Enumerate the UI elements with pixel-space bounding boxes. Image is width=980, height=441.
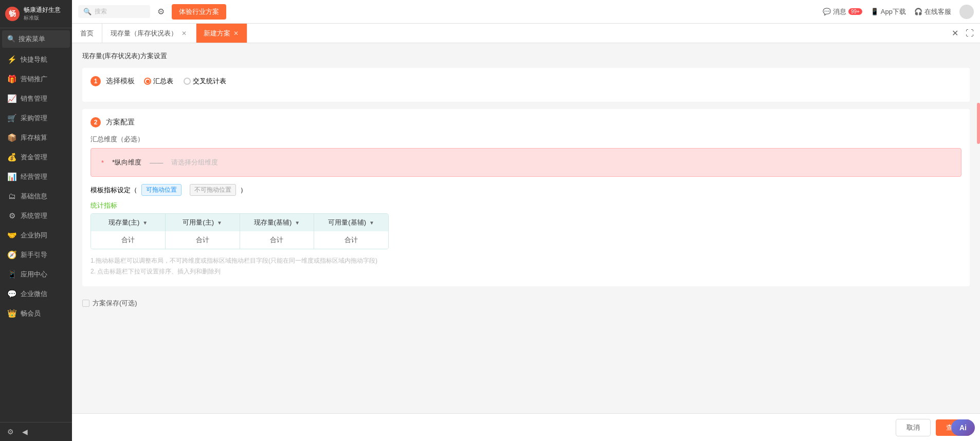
tab-inventory-close-icon[interactable]: ✕ [180,29,188,38]
topbar-search-icon: 🔍 [83,8,92,15]
aggregation-label: 汇总维度（必选） [90,135,961,144]
settings-icon[interactable]: ⚙ [7,428,14,436]
content-area: 现存量(库存状况表)方案设置 1 选择模板 汇总表 交叉统计表 [72,43,980,413]
col-1-chevron: ▼ [217,220,222,226]
close-window-icon[interactable]: ✕ [950,26,960,40]
dim-placeholder: 请选择分组维度 [171,158,218,167]
radio-cross-circle [184,78,191,85]
sidebar-item-purchase[interactable]: 🛒 采购管理 [0,108,72,128]
sidebar-item-label: 库存核算 [21,133,47,142]
dim-dash: —— [150,159,163,167]
wechat-icon: 💬 [7,289,16,299]
save-checkbox[interactable] [82,300,89,307]
topbar-gear-icon[interactable]: ⚙ [155,5,167,19]
ai-badge[interactable]: Ai [951,419,975,436]
home-label: 首页 [80,29,94,38]
sidebar-item-finance[interactable]: 💰 资金管理 [0,148,72,167]
stats-table-header: 现存量(主) ▼ 可用量(主) ▼ 现存量(基辅) ▼ 可用量(基辅) [91,214,388,231]
radio-summary-circle [144,78,151,85]
save-option-label: 方案保存(可选) [93,299,137,308]
messages-btn[interactable]: 💬 消息 99+ [823,7,862,16]
indicator-settings-row: 模板指标设定（ 可拖动位置 不可拖动位置 ） [90,184,961,196]
stats-table: 现存量(主) ▼ 可用量(主) ▼ 现存量(基辅) ▼ 可用量(基辅) [90,213,389,249]
tab-home[interactable]: 首页 [72,24,102,43]
stats-cell-0: 合计 [91,231,166,249]
sidebar-item-inventory[interactable]: 📦 库存核算 [0,128,72,148]
expand-window-icon[interactable]: ⛶ [964,27,976,40]
sidebar-item-label: 快捷导航 [21,55,47,64]
sidebar-item-label: 采购管理 [21,114,47,123]
stats-table-body: 合计 合计 合计 合计 [91,231,388,249]
sidebar-item-app-center[interactable]: 📱 应用中心 [0,265,72,284]
sidebar-item-system[interactable]: ⚙ 系统管理 [0,206,72,226]
resize-handle[interactable] [977,103,980,144]
topbar-search-placeholder: 搜索 [95,7,107,16]
stats-col-1[interactable]: 可用量(主) ▼ [166,214,240,231]
step2-badge: 2 [90,117,101,127]
sidebar-nav: 🔍 搜索菜单 ⚡ 快捷导航 🎁 营销推广 📈 销售管理 🛒 采购管理 📦 库存核… [0,28,72,422]
purchase-icon: 🛒 [7,114,16,123]
draggable-badge: 可拖动位置 [141,184,182,196]
sidebar-item-wechat[interactable]: 💬 企业微信 [0,284,72,304]
indicator-label-prefix: 模板指标设定（ [90,186,137,195]
stats-col-2[interactable]: 现存量(基辅) ▼ [240,214,315,231]
sidebar-item-label: 基础信息 [21,192,47,201]
app-download-btn[interactable]: 📱 App下载 [870,7,906,16]
online-service-btn[interactable]: 🎧 在线客服 [914,7,951,16]
dimension-row: * *纵向维度 —— 请选择分组维度 [101,158,951,167]
sidebar-item-operations[interactable]: 📊 经营管理 [0,167,72,187]
messages-badge: 99+ [848,8,862,15]
topbar-search[interactable]: 🔍 搜索 [78,5,150,18]
col-0-chevron: ▼ [142,220,148,226]
sidebar-search[interactable]: 🔍 搜索菜单 [2,30,70,48]
enterprise-icon: 🤝 [7,231,16,240]
app-download-icon: 📱 [870,8,879,15]
sidebar-item-sales[interactable]: 📈 销售管理 [0,89,72,108]
tab-inventory-status[interactable]: 现存量（库存状况表） ✕ [102,24,196,43]
step1-badge: 1 [90,76,101,86]
tab-new-plan[interactable]: 新建方案 ✕ [196,24,247,43]
collapse-icon[interactable]: ◀ [22,428,28,436]
stats-col-3[interactable]: 可用量(基辅) ▼ [314,214,388,231]
tab-new-close-icon[interactable]: ✕ [232,29,240,38]
service-label: 在线客服 [924,7,951,16]
sidebar-item-member[interactable]: 👑 畅会员 [0,304,72,323]
sidebar-item-basic-info[interactable]: 🗂 基础信息 [0,187,72,206]
stats-col-3-label: 可用量(基辅) [328,218,366,227]
sidebar: 畅 畅康通好生意 标准版 🔍 搜索菜单 ⚡ 快捷导航 🎁 营销推广 📈 销售管理… [0,0,72,441]
dim-required-star: * [101,159,104,167]
sidebar-item-enterprise[interactable]: 🤝 企业协同 [0,226,72,245]
tab-new-label: 新建方案 [204,29,230,38]
trial-btn[interactable]: 体验行业方案 [172,4,226,20]
radio-cross[interactable]: 交叉统计表 [184,77,226,86]
tips-section: 1.拖动标题栏可以调整布局，不可跨维度或指标区域拖动栏目字段(只能在同一维度或指… [90,256,961,276]
sidebar-item-marketing[interactable]: 🎁 营销推广 [0,69,72,89]
stats-section-label: 统计指标 [90,201,961,210]
search-icon: 🔍 [7,35,15,43]
sidebar-item-label: 系统管理 [21,211,47,220]
step1-section: 1 选择模板 汇总表 交叉统计表 [82,68,970,102]
sidebar-item-quick-nav[interactable]: ⚡ 快捷导航 [0,50,72,69]
app-name: 畅康通好生意 [24,6,61,14]
finance-icon: 💰 [7,153,16,162]
stats-col-0[interactable]: 现存量(主) ▼ [91,214,166,231]
sidebar-item-label: 销售管理 [21,94,47,103]
radio-summary-label: 汇总表 [153,77,173,86]
stats-col-1-label: 可用量(主) [183,218,214,227]
message-icon: 💬 [823,8,831,15]
member-icon: 👑 [7,309,16,318]
app-download-label: App下载 [881,7,906,16]
quick-nav-icon: ⚡ [7,55,16,64]
main-area: 🔍 搜索 ⚙ 体验行业方案 💬 消息 99+ 📱 App下载 🎧 在线客服 首页 [72,0,980,441]
non-draggable-badge: 不可拖动位置 [190,184,236,196]
cancel-button[interactable]: 取消 [896,419,931,436]
sidebar-item-guide[interactable]: 🧭 新手引导 [0,245,72,265]
dimension-box[interactable]: * *纵向维度 —— 请选择分组维度 [90,148,961,177]
system-icon: ⚙ [7,211,16,220]
tab-inventory-label: 现存量（库存状况表） [111,29,177,38]
user-avatar[interactable] [959,5,974,19]
topbar: 🔍 搜索 ⚙ 体验行业方案 💬 消息 99+ 📱 App下载 🎧 在线客服 [72,0,980,24]
radio-summary[interactable]: 汇总表 [144,77,173,86]
marketing-icon: 🎁 [7,75,16,84]
tip-1: 1.拖动标题栏可以调整布局，不可跨维度或指标区域拖动栏目字段(只能在同一维度或指… [90,256,961,265]
